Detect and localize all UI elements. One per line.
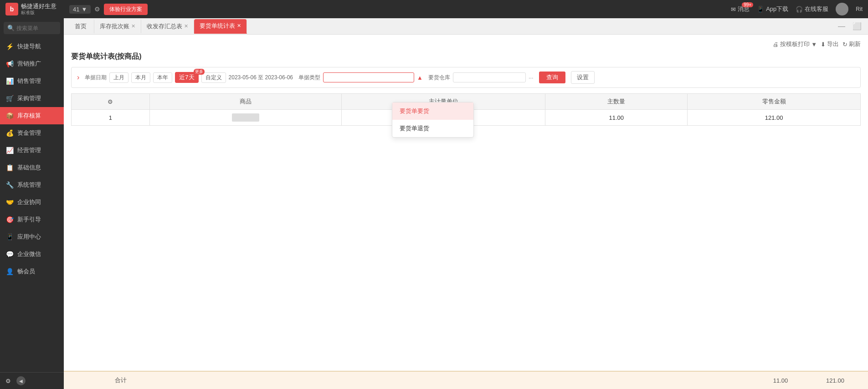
sidebar-item-label: 采购管理 (17, 94, 41, 102)
sidebar-item-basic[interactable]: 📋 基础信息 (0, 159, 64, 176)
dropdown-item-requisition-order[interactable]: 要货单要货 (392, 102, 473, 120)
summary-label: 合计 (115, 376, 127, 384)
type-label: 单据类型 (298, 74, 320, 82)
date-this-year-btn[interactable]: 本年 (153, 72, 172, 83)
col-quantity: 主数量 (545, 94, 688, 110)
guide-icon: 🎯 (5, 216, 14, 223)
tab-minimize-btn[interactable]: — (835, 21, 848, 31)
sidebar-item-label: 营销推广 (17, 60, 41, 68)
page-content: 🖨 按模板打印 ▼ ⬇ 导出 ↻ 刷新 要货单统计表(按商品) › 单据日 (64, 35, 868, 371)
gear-icon[interactable]: ⚙ (94, 5, 100, 13)
print-dropdown-icon[interactable]: ▼ (811, 41, 817, 48)
tabbar: 首页 库存批次账 ✕ 收发存汇总表 ✕ 要货单统计表 ✕ — ⬜ (64, 18, 868, 35)
type-input[interactable] (323, 72, 414, 82)
basic-icon: 📋 (5, 164, 14, 171)
sidebar-item-label: 基础信息 (17, 164, 41, 172)
topbar: b 畅捷通好生意 标准版 41 ▼ ⚙ 体验行业方案 ✉ 消息 99+ 📱 Ap… (0, 0, 868, 18)
export-btn[interactable]: ⬇ 导出 (821, 40, 839, 48)
sidebar-search[interactable]: 🔍 (4, 22, 60, 34)
sidebar-item-system[interactable]: 🔧 系统管理 (0, 176, 64, 194)
messages-btn[interactable]: ✉ 消息 99+ (731, 5, 750, 13)
online-service-btn[interactable]: 🎧 在线客服 (796, 5, 828, 13)
sidebar-item-apps[interactable]: 📱 应用中心 (0, 228, 64, 246)
summary-amount: 121.00 (808, 377, 863, 384)
sales-icon: 📊 (5, 77, 14, 85)
tab-home[interactable]: 首页 (67, 20, 94, 33)
date-range: 2023-05-06 至 2023-06-06 (229, 74, 293, 82)
dropdown-item-requisition-return[interactable]: 要货单退货 (392, 120, 473, 137)
filter-bar: › 单据日期 上月 本月 本年 近7天 更多 自定义 2023-05-06 至 … (71, 67, 861, 88)
avatar[interactable] (836, 3, 848, 15)
tab-close-inventory-batch[interactable]: ✕ (131, 23, 135, 29)
sidebar-item-purchase[interactable]: 🛒 采购管理 (0, 90, 64, 107)
sidebar-item-label: 销售管理 (17, 77, 41, 85)
sidebar-item-label: 库存核算 (17, 112, 41, 120)
refresh-icon: ↻ (842, 41, 847, 48)
sidebar-item-label: 应用中心 (17, 233, 41, 241)
sidebar-item-inventory[interactable]: 📦 库存核算 (0, 107, 64, 124)
type-dropdown-popup: 要货单要货 要货单退货 (392, 102, 474, 138)
sidebar-collapse-btn[interactable]: ◀ (16, 376, 26, 385)
sidebar-item-operation[interactable]: 📈 经营管理 (0, 142, 64, 159)
page-toolbar: 🖨 按模板打印 ▼ ⬇ 导出 ↻ 刷新 (71, 40, 861, 48)
purchase-icon: 🛒 (5, 95, 14, 102)
tab-maximize-btn[interactable]: ⬜ (850, 21, 864, 31)
cell-quantity: 11.00 (545, 110, 688, 126)
sidebar-item-marketing[interactable]: 📢 营销推广 (0, 55, 64, 72)
sidebar-settings-icon[interactable]: ⚙ (5, 378, 11, 384)
cell-index: 1 (72, 110, 150, 126)
operation-icon: 📈 (5, 147, 14, 154)
print-btn[interactable]: 🖨 按模板打印 ▼ (773, 40, 817, 48)
settings-button[interactable]: 设置 (571, 71, 595, 84)
logo: b 畅捷通好生意 标准版 (5, 3, 69, 15)
sidebar-item-quick-nav[interactable]: ⚡ 快捷导航 (0, 38, 64, 55)
product-blurred: 商品名称 (232, 113, 259, 122)
sidebar-search-input[interactable] (16, 25, 53, 31)
trial-button[interactable]: 体验行业方案 (104, 4, 148, 15)
tabbar-actions: — ⬜ (835, 21, 864, 31)
col-product: 商品 (149, 94, 341, 110)
sidebar-item-label: 系统管理 (17, 181, 41, 189)
summary-quantity: 11.00 (753, 377, 808, 384)
warehouse-label: 要货仓库 (428, 74, 450, 82)
sidebar-item-wecom[interactable]: 💬 企业微信 (0, 246, 64, 263)
version-select[interactable]: 41 ▼ (69, 5, 91, 14)
filter-expand-btn[interactable]: › (77, 73, 79, 82)
sidebar-footer: ⚙ ◀ (0, 372, 64, 389)
date-custom-btn[interactable]: 自定义 (201, 72, 226, 83)
logo-icon: b (5, 3, 18, 15)
sidebar-item-member[interactable]: 👤 畅会员 (0, 263, 64, 280)
sidebar-item-guide[interactable]: 🎯 新手引导 (0, 211, 64, 228)
topbar-center: 41 ▼ ⚙ 体验行业方案 (69, 4, 731, 15)
app-download-btn[interactable]: 📱 App下载 (757, 5, 788, 13)
sidebar-item-sales[interactable]: 📊 销售管理 (0, 72, 64, 90)
sidebar-item-label: 经营管理 (17, 146, 41, 154)
warehouse-more-btn[interactable]: ··· (529, 74, 534, 81)
marketing-icon: 📢 (5, 60, 14, 67)
enterprise-icon: 🤝 (5, 199, 14, 206)
query-button[interactable]: 查询 (539, 72, 565, 83)
cell-product: 商品名称 (149, 110, 341, 126)
tab-inventory-batch[interactable]: 库存批次账 ✕ (94, 20, 141, 33)
export-icon: ⬇ (821, 41, 826, 48)
col-settings[interactable]: ⚙ (72, 94, 150, 110)
sidebar-item-label: 畅会员 (17, 267, 35, 276)
messages-badge: 99+ (742, 2, 753, 7)
tab-receivable-summary[interactable]: 收发存汇总表 ✕ (141, 20, 194, 33)
sidebar-item-label: 企业协同 (17, 198, 41, 206)
refresh-btn[interactable]: ↻ 刷新 (842, 40, 861, 48)
col-amount: 零售金额 (688, 94, 861, 110)
tab-close-requisition-stats[interactable]: ✕ (237, 23, 241, 29)
tab-close-receivable-summary[interactable]: ✕ (184, 23, 188, 29)
date-7days-btn[interactable]: 近7天 更多 (175, 72, 198, 83)
tab-requisition-stats[interactable]: 要货单统计表 ✕ (194, 19, 247, 34)
inventory-icon: 📦 (5, 112, 14, 119)
cell-amount: 121.00 (688, 110, 861, 126)
type-dropdown-arrow[interactable]: ▲ (417, 74, 423, 81)
sidebar-item-finance[interactable]: 💰 资金管理 (0, 124, 64, 142)
date-this-month-btn[interactable]: 本月 (131, 72, 150, 83)
date-prev-month-btn[interactable]: 上月 (109, 72, 128, 83)
sidebar-item-enterprise[interactable]: 🤝 企业协同 (0, 194, 64, 211)
sidebar-search-icon: 🔍 (7, 25, 15, 31)
warehouse-input[interactable] (453, 72, 526, 82)
